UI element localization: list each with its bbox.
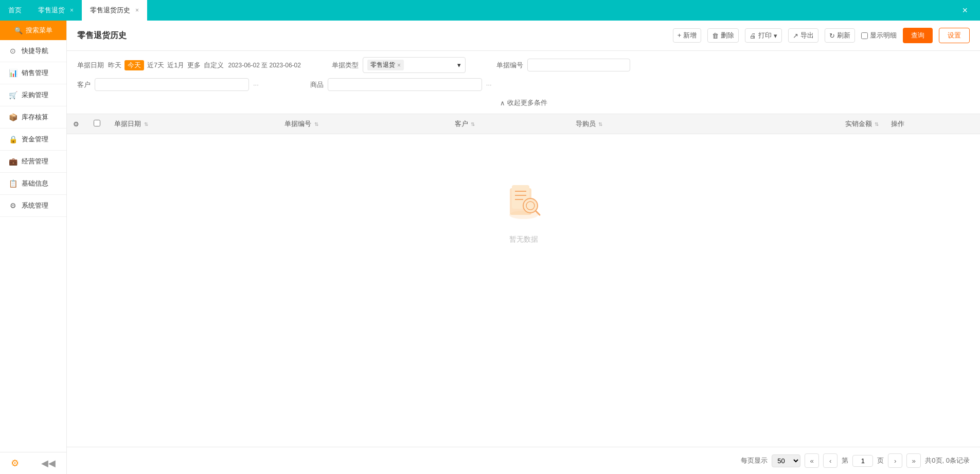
print-icon: 🖨 [750, 32, 756, 40]
main-area: 🔍 搜索菜单 ⊙ 快捷导航 📊 销售管理 🛒 采购管理 📦 库 [0, 21, 980, 474]
collapse-button[interactable]: ∧ 收起更多条件 [500, 98, 547, 107]
window-close-button[interactable]: × [958, 5, 972, 16]
col-guide-label: 导购员 [576, 120, 596, 127]
refresh-button[interactable]: ↻ 刷新 [825, 28, 855, 43]
refresh-icon: ↻ [829, 32, 835, 40]
sidebar-item-purchase[interactable]: 🛒 采购管理 [0, 84, 66, 106]
set-button[interactable]: 设置 [939, 28, 970, 43]
search-icon: 🔍 [14, 27, 23, 34]
tab-retail-return-history-label: 零售退货历史 [90, 6, 130, 15]
new-button[interactable]: + 新增 [673, 28, 701, 43]
sort-icon-amount: ⇅ [875, 121, 879, 127]
sidebar-item-basic-info-label: 基础信息 [22, 179, 48, 188]
pagination: 每页显示 50 20 100 « ‹ 第 页 › » 共0页, 0条记录 [67, 447, 980, 474]
sidebar-item-quick-nav-label: 快捷导航 [22, 46, 48, 56]
col-amount[interactable]: 实销金额 ⇅ [715, 114, 885, 134]
date-shortcut-1month[interactable]: 近1月 [167, 61, 184, 70]
date-shortcut-more[interactable]: 更多 [187, 61, 201, 70]
empty-state: 暂无数据 [67, 134, 980, 285]
page-title: 零售退货历史 [77, 30, 127, 41]
sidebar-item-finance[interactable]: 🔒 资金管理 [0, 129, 66, 151]
sidebar-search[interactable]: 🔍 搜索菜单 [0, 21, 66, 40]
filter-goods-label: 商品 [310, 80, 324, 89]
date-shortcut-custom[interactable]: 自定义 [204, 61, 224, 70]
gear-icon[interactable]: ⚙ [11, 458, 19, 469]
print-button[interactable]: 🖨 打印 ▾ [745, 28, 782, 43]
toolbar: + 新增 🗑 删除 🖨 打印 ▾ ↗ 导出 ↻ [673, 28, 970, 43]
col-customer[interactable]: 客户 ⇅ [449, 114, 569, 134]
page-input[interactable] [852, 455, 873, 467]
sidebar: 🔍 搜索菜单 ⊙ 快捷导航 📊 销售管理 🛒 采购管理 📦 库 [0, 21, 67, 474]
first-page-button[interactable]: « [805, 453, 819, 468]
sidebar-item-quick-nav[interactable]: ⊙ 快捷导航 [0, 40, 66, 62]
select-all-checkbox[interactable] [94, 120, 100, 126]
filter-doc-no: 单据编号 [496, 59, 630, 71]
filter-customer-label: 客户 [77, 80, 91, 89]
export-button[interactable]: ↗ 导出 [788, 28, 818, 43]
filter-doc-type-tag-close[interactable]: × [397, 62, 401, 69]
table-header: ⚙ 单据日期 ⇅ 单据编号 ⇅ [67, 114, 980, 134]
print-dropdown-icon: ▾ [774, 32, 777, 40]
page-header: 零售退货历史 + 新增 🗑 删除 🖨 打印 ▾ ↗ 导出 [67, 21, 980, 51]
page-size-select[interactable]: 50 20 100 [772, 454, 800, 467]
empty-text: 暂无数据 [509, 235, 538, 244]
box-icon: 📦 [8, 113, 17, 122]
col-customer-label: 客户 [455, 120, 468, 127]
sidebar-item-inventory-label: 库存核算 [22, 113, 48, 122]
empty-icon [498, 175, 549, 227]
filter-goods-input[interactable] [328, 78, 482, 91]
sidebar-item-operations-label: 经营管理 [22, 157, 48, 166]
query-button[interactable]: 查询 [903, 28, 933, 43]
page-label: 第 [842, 456, 848, 465]
sort-icon-guide: ⇅ [598, 121, 602, 127]
col-guide[interactable]: 导购员 ⇅ [569, 114, 715, 134]
next-page-button[interactable]: › [888, 453, 902, 468]
collapse-row: ∧ 收起更多条件 [77, 96, 970, 110]
tabs-container: 首页 零售退货 × 零售退货历史 × [0, 0, 958, 21]
top-bar: 首页 零售退货 × 零售退货历史 × × [0, 0, 980, 21]
show-detail-checkbox-label[interactable]: 显示明细 [861, 31, 897, 40]
top-bar-right: × [958, 5, 980, 16]
filter-customer-input[interactable] [95, 78, 249, 91]
sidebar-bottom: ⚙ ◀◀ [0, 452, 66, 474]
sidebar-item-system-label: 系统管理 [22, 201, 48, 210]
home-icon: ⊙ [8, 46, 17, 56]
delete-icon: 🗑 [712, 32, 719, 40]
tab-retail-return-history-close[interactable]: × [135, 7, 139, 14]
filter-doc-no-input[interactable] [527, 59, 630, 71]
sidebar-item-sales[interactable]: 📊 销售管理 [0, 62, 66, 84]
tab-retail-return-history[interactable]: 零售退货历史 × [82, 0, 147, 21]
briefcase-icon: 💼 [8, 157, 17, 166]
date-shortcut-yesterday[interactable]: 昨天 [108, 61, 121, 70]
date-shortcut-today[interactable]: 今天 [124, 60, 144, 70]
show-detail-checkbox[interactable] [861, 32, 868, 39]
tab-retail-return-close[interactable]: × [70, 7, 74, 14]
date-shortcut-7days[interactable]: 近7天 [147, 61, 164, 70]
goods-ellipsis-icon[interactable]: ··· [486, 81, 492, 88]
table-wrapper: ⚙ 单据日期 ⇅ 单据编号 ⇅ [67, 114, 980, 447]
tab-retail-return[interactable]: 零售退货 × [30, 0, 82, 21]
tab-home[interactable]: 首页 [0, 0, 30, 21]
last-page-button[interactable]: » [906, 453, 921, 468]
delete-button[interactable]: 🗑 删除 [707, 28, 739, 43]
customer-ellipsis-icon[interactable]: ··· [253, 81, 259, 88]
col-doc-date[interactable]: 单据日期 ⇅ [108, 114, 278, 134]
sound-icon[interactable]: ◀◀ [41, 458, 56, 469]
table-header-row: ⚙ 单据日期 ⇅ 单据编号 ⇅ [67, 114, 980, 134]
sidebar-item-inventory[interactable]: 📦 库存核算 [0, 106, 66, 129]
col-checkbox[interactable] [87, 114, 108, 134]
sidebar-item-system[interactable]: ⚙ 系统管理 [0, 195, 66, 217]
sidebar-item-operations[interactable]: 💼 经营管理 [0, 151, 66, 173]
sidebar-item-basic-info[interactable]: 📋 基础信息 [0, 173, 66, 195]
prev-page-button[interactable]: ‹ [823, 453, 838, 468]
col-action-label: 操作 [891, 120, 904, 127]
col-settings[interactable]: ⚙ [67, 114, 87, 134]
filter-row-1: 单据日期 昨天 今天 近7天 近1月 更多 自定义 2023-06-02 至 2… [77, 57, 970, 73]
data-table: ⚙ 单据日期 ⇅ 单据编号 ⇅ [67, 114, 980, 134]
filter-doc-type-select[interactable]: 零售退货 × ▾ [363, 57, 466, 73]
sort-icon-doc-no: ⇅ [314, 121, 318, 127]
col-doc-date-label: 单据日期 [114, 120, 141, 127]
table-settings-icon[interactable]: ⚙ [73, 120, 79, 128]
filter-customer: 客户 ··· [77, 78, 259, 91]
col-doc-no[interactable]: 单据编号 ⇅ [278, 114, 449, 134]
